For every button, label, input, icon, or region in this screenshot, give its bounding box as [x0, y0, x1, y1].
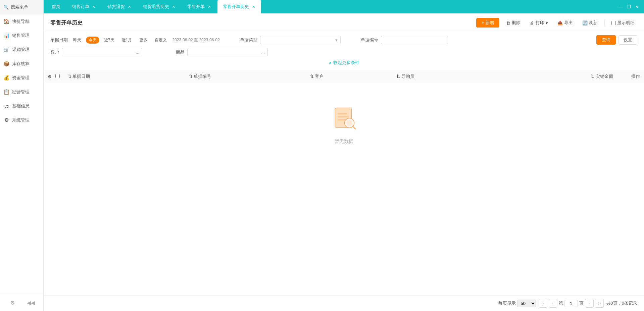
add-button[interactable]: + 新增 [476, 18, 499, 28]
page-size-select: 每页显示 102050100 [498, 300, 536, 307]
col-header-amount[interactable]: ⇅ 实销金额 [496, 70, 617, 83]
tab-close-sales-return[interactable]: ✕ [127, 4, 132, 9]
select-all-checkbox[interactable] [55, 74, 60, 78]
col-header-customer[interactable]: ⇅ 客户 [306, 70, 392, 83]
settings-button[interactable]: ⚙ [7, 298, 17, 308]
prev-page-btn[interactable]: ⟨ [549, 299, 557, 308]
sidebar-item-icon-base-info: 🗂 [3, 103, 9, 109]
sidebar-item-icon-finance: 💰 [3, 75, 9, 81]
tab-retail-history[interactable]: 零售开单历史✕ [217, 0, 261, 13]
sidebar-item-icon-sales-mgmt: 📊 [3, 33, 9, 39]
doc-no-input-container[interactable] [381, 36, 448, 44]
empty-state: 暂无数据 [44, 83, 644, 165]
collapse-filter-button[interactable]: ∧ 收起更多条件 [50, 60, 637, 66]
export-icon: 📤 [557, 20, 563, 25]
sidebar-item-operations[interactable]: 📋经营管理 [0, 85, 43, 99]
sidebar-item-icon-sys-mgmt: ⚙ [3, 117, 9, 123]
date-last-month[interactable]: 近1月 [119, 37, 135, 44]
customer-label: 客户 [50, 49, 59, 55]
tab-label-sales-order: 销售订单 [72, 4, 89, 10]
close-window-btn[interactable]: ✕ [635, 4, 639, 9]
sidebar-item-finance[interactable]: 💰资金管理 [0, 71, 43, 85]
toolbar: + 新增 🗑 删除 🖨 打印 ▾ 📤 导出 🔄 刷新 [476, 18, 637, 28]
tab-close-retail-open[interactable]: ✕ [207, 4, 211, 9]
display-detail-button[interactable]: 显示明细 [609, 18, 637, 27]
sidebar-item-icon-inventory: 📦 [3, 61, 9, 67]
col-sort-icon-date: ⇅ [68, 74, 71, 79]
sidebar-item-sys-mgmt[interactable]: ⚙系统管理 [0, 113, 43, 127]
sidebar-item-label-sys-mgmt: 系统管理 [12, 117, 30, 123]
next-page-btn[interactable]: ⟩ [585, 299, 594, 308]
nav-right: — ❐ ✕ [618, 4, 641, 9]
sidebar-item-inventory[interactable]: 📦库存核算 [0, 57, 43, 71]
content-area: 零售开单历史 + 新增 🗑 删除 🖨 打印 ▾ 📤 导出 🔄 [44, 13, 644, 311]
delete-button[interactable]: 🗑 删除 [503, 18, 523, 27]
tab-close-sales-return-history[interactable]: ✕ [171, 4, 176, 9]
sidebar-item-icon-operations: 📋 [3, 89, 9, 95]
last-page-btn[interactable]: ⟩⟩ [595, 299, 604, 308]
doc-type-dropdown-icon: ▾ [335, 38, 338, 43]
sidebar-item-label-base-info: 基础信息 [12, 103, 30, 109]
sidebar-item-purchase-mgmt[interactable]: 🛒采购管理 [0, 43, 43, 57]
page-size-dropdown[interactable]: 102050100 [517, 300, 536, 307]
display-detail-checkbox[interactable] [611, 21, 616, 25]
table-container: ⚙ ⇅ 单据日期 ⇅ 单据编号 ⇅ 客户 ⇅ 导购员 ⇅ 实销金额 操作 [44, 70, 644, 295]
col-header-no[interactable]: ⇅ 单据编号 [185, 70, 306, 83]
col-header-date[interactable]: ⇅ 单据日期 [64, 70, 185, 83]
date-filter: 单据日期 昨天 今天 近7天 近1月 更多 自定义 2023-06-02 至 2… [50, 37, 220, 44]
date-custom[interactable]: 自定义 [152, 37, 169, 44]
col-header-action: 操作 [617, 70, 644, 83]
sidebar-item-label-inventory: 库存核算 [12, 61, 30, 67]
col-sort-icon-amount: ⇅ [591, 74, 594, 79]
date-more[interactable]: 更多 [137, 37, 150, 44]
sidebar-item-base-info[interactable]: 🗂基础信息 [0, 99, 43, 113]
sidebar-item-sales-mgmt[interactable]: 📊销售管理 [0, 29, 43, 43]
query-button[interactable]: 查询 [596, 35, 616, 45]
page-title: 零售开单历史 [50, 19, 83, 27]
tab-sales-return-history[interactable]: 销货退货历史✕ [138, 0, 181, 13]
tab-home[interactable]: 首页 [46, 0, 66, 13]
goods-select[interactable]: ... [187, 48, 268, 56]
date-last7[interactable]: 近7天 [101, 37, 117, 44]
goods-label: 商品 [176, 49, 185, 55]
data-table: ⚙ ⇅ 单据日期 ⇅ 单据编号 ⇅ 客户 ⇅ 导购员 ⇅ 实销金额 操作 [44, 70, 644, 83]
settings-button-filter[interactable]: 设置 [618, 35, 637, 45]
col-sort-icon-guide: ⇅ [396, 74, 400, 79]
refresh-button[interactable]: 🔄 刷新 [580, 18, 600, 27]
doc-no-filter: 单据编号 [361, 36, 448, 44]
col-header-guide[interactable]: ⇅ 导购员 [392, 70, 496, 83]
date-today[interactable]: 今天 [86, 37, 99, 44]
sidebar-search[interactable]: 🔍 搜索采单 [0, 0, 43, 14]
doc-no-input[interactable] [384, 38, 445, 43]
table-settings-icon[interactable]: ⚙ [48, 74, 52, 79]
page-suffix: 页 [579, 300, 584, 306]
sidebar-search-label: 搜索采单 [11, 4, 28, 10]
restore-btn[interactable]: ❐ [627, 4, 631, 9]
tab-close-sales-order[interactable]: ✕ [91, 4, 96, 9]
sidebar-item-label-quick-nav: 快捷导航 [12, 18, 30, 24]
current-page-input[interactable] [564, 300, 578, 307]
doc-type-select[interactable]: ▾ [260, 36, 341, 44]
print-dropdown-icon: ▾ [546, 20, 548, 25]
total-info: 共0页，0条记录 [606, 300, 637, 306]
pagination: 每页显示 102050100 ⟨⟨ ⟨ 第 页 ⟩ ⟩⟩ 共0页，0条记录 [44, 295, 644, 311]
col-sort-icon-customer: ⇅ [310, 74, 314, 79]
export-button[interactable]: 📤 导出 [555, 18, 576, 27]
tab-label-sales-return: 销货退货 [107, 4, 125, 10]
sidebar-item-quick-nav[interactable]: 🏠快捷导航 [0, 14, 43, 29]
customer-select[interactable]: ... [62, 48, 142, 56]
page-header: 零售开单历史 + 新增 🗑 删除 🖨 打印 ▾ 📤 导出 🔄 [44, 13, 644, 31]
first-page-btn[interactable]: ⟨⟨ [539, 299, 547, 308]
tab-sales-return[interactable]: 销货退货✕ [102, 0, 137, 13]
minimize-btn[interactable]: — [618, 4, 623, 9]
sidebar-item-icon-quick-nav: 🏠 [3, 18, 9, 24]
tab-sales-order[interactable]: 销售订单✕ [66, 0, 101, 13]
tab-close-retail-history[interactable]: ✕ [251, 4, 256, 9]
print-button[interactable]: 🖨 打印 ▾ [527, 18, 551, 27]
tab-retail-open[interactable]: 零售开单✕ [182, 0, 217, 13]
refresh-icon: 🔄 [582, 20, 588, 25]
collapse-label: 收起更多条件 [333, 60, 359, 66]
date-yesterday[interactable]: 昨天 [70, 37, 84, 44]
collapse-sidebar-button[interactable]: ◀◀ [26, 298, 36, 308]
customer-dots: ... [136, 50, 139, 55]
